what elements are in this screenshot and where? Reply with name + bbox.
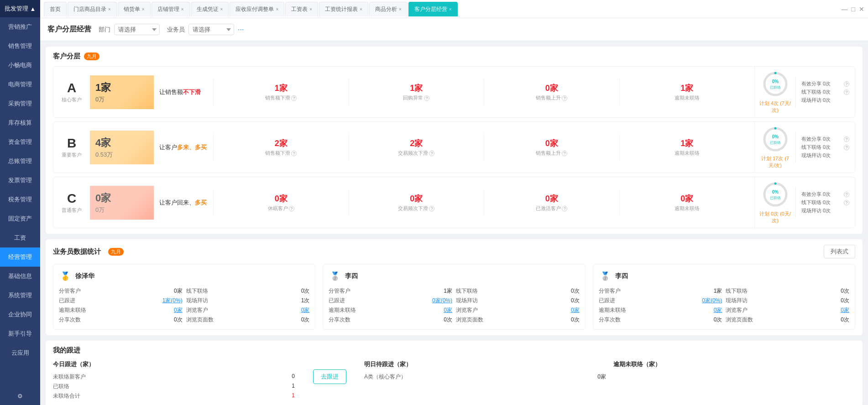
tier-c-stat-2[interactable]: 0家 交易频次下滑 ? — [349, 189, 484, 216]
sidebar-title: 批发管理 — [5, 5, 28, 13]
sidebar-item-xsyd[interactable]: 新手引导 — [0, 324, 40, 343]
close-icon[interactable]: × — [360, 7, 362, 12]
tab-product-analysis[interactable]: 商品分析 × — [369, 2, 408, 16]
tier-a-stat-4[interactable]: 1家 逾期未联络 — [619, 79, 755, 105]
tab-home[interactable]: 首页 — [44, 2, 67, 16]
staff-row: 浏览页面数0次 — [456, 316, 580, 324]
sidebar-item-fpgl[interactable]: 发票管理 — [0, 171, 40, 190]
tab-store-mgmt[interactable]: 店铺管理 × — [152, 2, 190, 16]
sidebar-item-zjgl[interactable]: 资金管理 — [0, 132, 40, 152]
sidebar-item-yxtt[interactable]: 营销推广 — [0, 17, 40, 37]
close-icon[interactable]: × — [181, 7, 184, 12]
sidebar-item-yyyg[interactable]: 云应用 — [0, 343, 40, 363]
sidebar-item-xcdsh[interactable]: 小畅电商 — [0, 56, 40, 75]
settings-button[interactable]: ⚙ — [0, 387, 40, 405]
tab-payroll-report[interactable]: 工资统计报表 × — [319, 2, 368, 16]
close-icon[interactable]: × — [399, 7, 402, 12]
tier-a-stat-2[interactable]: 1家 回购异常 ? — [349, 79, 484, 105]
sidebar-item-gdzy[interactable]: 固定资产 — [0, 209, 40, 228]
tab-gen-voucher[interactable]: 生成凭证 × — [191, 2, 229, 16]
info-icon[interactable]: ? — [844, 89, 849, 95]
tier-b-stat-4[interactable]: 1家 逾期未联络 — [619, 134, 755, 160]
tier-c-stat-4[interactable]: 0家 逾期未联络 — [619, 189, 755, 216]
sidebar-item-xsgl[interactable]: 销售管理 — [0, 37, 40, 56]
tier-a-stat-1[interactable]: 1家 销售额下滑 ? — [213, 79, 349, 105]
tier-c-slogan-highlight: 多买 — [195, 199, 207, 206]
staff-details-2: 分管客户1家 线下联络0次 已跟进0家(0%) 现场拜访0次 逾期未联络0家 浏… — [599, 287, 849, 324]
dept-select[interactable]: 请选择 — [114, 24, 160, 35]
tab-bar: 首页 门店商品目录 × 销货单 × 店铺管理 × 生成凭证 × 应收应付调整单 … — [40, 0, 868, 18]
tier-b-stat-3[interactable]: 0家 销售额上升 ? — [484, 134, 619, 160]
close-icon[interactable]: × — [142, 7, 145, 12]
tab-sales-order[interactable]: 销货单 × — [118, 2, 151, 16]
more-filters-button[interactable]: ··· — [238, 26, 244, 34]
info-icon[interactable]: ? — [844, 145, 849, 150]
window-close-icon[interactable]: ✕ — [859, 5, 864, 13]
staff-header-1: 🥈 李四 — [329, 270, 579, 283]
tier-b-right-stats: 有效分享 0次? 线下联络 0次? 现场拜访 0次 — [795, 132, 855, 163]
sidebar-item-dsggl[interactable]: 电商管理 — [0, 75, 40, 94]
tab-customer-tier[interactable]: 客户分层经营 × — [408, 2, 458, 16]
tier-c-stat-3[interactable]: 0家 已激活客户 ? — [484, 189, 619, 216]
window-minimize-icon[interactable]: — — [842, 5, 848, 13]
tier-a-stats: 1家 销售额下滑 ? 1家 回购异常 ? 0家 销售额上升 ? 1家 — [213, 79, 754, 105]
sidebar-item-xtgl[interactable]: 系统管理 — [0, 286, 40, 305]
staff-row: 浏览客户0家 — [456, 306, 580, 314]
window-maximize-icon[interactable]: □ — [852, 5, 855, 13]
tier-b-stat-2[interactable]: 2家 交易频次下滑 ? — [349, 134, 484, 160]
staff-card-0: 🥇 徐泽华 分管客户0家 线下联络0次 已跟进1家(0%) 现场拜访1次 逾期未… — [53, 264, 315, 330]
sidebar-item-zzgl[interactable]: 总账管理 — [0, 152, 40, 171]
sidebar-item-jcxx[interactable]: 基础信息 — [0, 267, 40, 286]
staff-details-0: 分管客户0家 线下联络0次 已跟进1家(0%) 现场拜访1次 逾期未联络0家 浏… — [59, 287, 309, 324]
info-icon[interactable]: ? — [562, 151, 567, 156]
info-icon[interactable]: ? — [844, 137, 849, 142]
tier-b-main-stat[interactable]: 4家 0.53万 — [90, 131, 154, 164]
info-icon[interactable]: ? — [844, 200, 849, 205]
close-icon[interactable]: × — [309, 7, 312, 12]
tab-store-products[interactable]: 门店商品目录 × — [68, 2, 117, 16]
info-icon[interactable]: ? — [289, 206, 294, 211]
sidebar-item-cggl[interactable]: 采购管理 — [0, 94, 40, 113]
tier-a-circle: 0% 已联络 计划 4次 (7天/次) — [754, 67, 795, 117]
sidebar-item-gz[interactable]: 工资 — [0, 228, 40, 247]
tier-a-main-stat[interactable]: 1家 0万 — [90, 75, 154, 109]
tier-b-stat-1[interactable]: 2家 销售额下滑 ? — [213, 134, 349, 160]
follow-item: 已联络1 — [53, 382, 295, 391]
sidebar-item-swgl[interactable]: 税务管理 — [0, 190, 40, 209]
staff-name-2: 李四 — [615, 272, 628, 280]
gear-icon: ⚙ — [17, 393, 23, 400]
tier-c-main-stat[interactable]: 0家 0万 — [90, 186, 154, 220]
close-icon[interactable]: × — [220, 7, 223, 12]
info-icon[interactable]: ? — [429, 206, 434, 211]
info-icon[interactable]: ? — [562, 206, 567, 211]
sidebar-item-qyxt[interactable]: 企业协同 — [0, 305, 40, 324]
follow-tomorrow-block: 明日待跟进（家） A类（核心客户）0家 — [364, 360, 606, 382]
close-icon[interactable]: × — [449, 7, 452, 12]
info-icon[interactable]: ? — [291, 95, 297, 101]
follow-section: 我的跟进 今日跟进（家） 未联络新客户0 已联络1 未联络合计1 去跟进 — [46, 341, 863, 405]
info-icon[interactable]: ? — [562, 95, 567, 101]
staff-grid: 🥇 徐泽华 分管客户0家 线下联络0次 已跟进1家(0%) 现场拜访1次 逾期未… — [53, 264, 855, 330]
tab-payroll[interactable]: 工资表 × — [285, 2, 318, 16]
staff-row: 现场拜访1次 — [186, 297, 310, 305]
tier-c-stat-1[interactable]: 0家 休眠客户 ? — [213, 189, 349, 216]
info-icon[interactable]: ? — [844, 192, 849, 197]
info-icon[interactable]: ? — [844, 81, 849, 87]
follow-overdue-block: 逾期未联络（家） — [613, 360, 855, 372]
sidebar-item-kchsh[interactable]: 库存核算 — [0, 113, 40, 132]
staff-card-1: 🥈 李四 分管客户1家 线下联络0次 已跟进0家(0%) 现场拜访0次 逾期未联… — [323, 264, 585, 330]
tier-a-stat-3[interactable]: 0家 销售额上升 ? — [484, 79, 619, 105]
staff-label: 业务员 — [167, 26, 185, 34]
svg-text:0%: 0% — [772, 189, 779, 195]
close-icon[interactable]: × — [276, 7, 278, 12]
info-icon[interactable]: ? — [424, 95, 429, 101]
info-icon[interactable]: ? — [429, 151, 434, 156]
info-icon[interactable]: ? — [291, 151, 297, 156]
staff-select[interactable]: 请选择 — [188, 24, 234, 35]
go-follow-button[interactable]: 去跟进 — [313, 369, 346, 384]
list-view-button[interactable]: 列表式 — [824, 245, 855, 258]
sidebar-header[interactable]: 批发管理 ▲ — [0, 0, 40, 17]
tab-ar-ap-adj[interactable]: 应收应付调整单 × — [230, 2, 284, 16]
close-icon[interactable]: × — [108, 7, 111, 12]
sidebar-item-jygl[interactable]: 经营管理 — [0, 247, 40, 267]
